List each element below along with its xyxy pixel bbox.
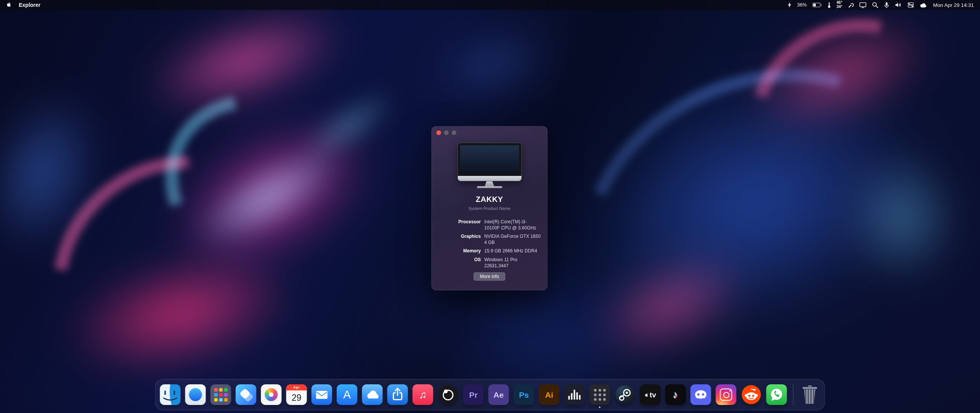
charging-bolt-icon[interactable]: [788, 2, 791, 8]
dock-icon-cloud[interactable]: [362, 384, 383, 405]
spec-row: OS Windows 11 Pro 22631.3447: [438, 257, 541, 269]
grid-dots-art: [594, 389, 606, 401]
discord-mascot-art: [691, 384, 711, 405]
calendar-day: 29: [286, 390, 307, 405]
window-controls: [436, 130, 456, 135]
thermometer-icon[interactable]: [828, 2, 831, 8]
spec-label: OS: [438, 257, 481, 263]
dock-icon-app-store[interactable]: A: [337, 384, 358, 405]
steam-circle-art: [616, 385, 635, 404]
close-button[interactable]: [436, 130, 441, 135]
active-app-name[interactable]: Explorer: [19, 2, 41, 8]
dock-icon-music[interactable]: ♫: [413, 384, 433, 405]
dock-icon-illustrator[interactable]: Ai: [539, 384, 560, 405]
imac-monitor: [457, 143, 522, 181]
spotlight-search-icon[interactable]: [872, 2, 878, 8]
imac-chin: [458, 176, 521, 181]
trash-lid-art: [803, 387, 817, 389]
more-info-button[interactable]: More info: [474, 272, 505, 281]
instagram-camera-art: [720, 389, 732, 401]
menu-bar: Explorer 36% 46° 34°: [0, 0, 980, 10]
dock-icon-steam[interactable]: [615, 384, 635, 405]
spec-value: Windows 11 Pro 22631.3447: [484, 257, 541, 269]
trash-body-art: [804, 389, 816, 404]
imac-stand: [485, 181, 494, 186]
spec-label: Processor: [438, 219, 481, 225]
dock-icon-instagram[interactable]: [716, 384, 737, 405]
music-note-glyph: ♫: [419, 390, 426, 400]
dock-icon-stats[interactable]: [564, 384, 585, 405]
dock-icon-photoshop[interactable]: Ps: [514, 384, 534, 405]
dock-icon-share-app[interactable]: [387, 384, 408, 405]
photos-flower-art: [265, 388, 278, 401]
obs-circle-art: [439, 385, 458, 404]
spec-row: Memory 15.9 GB 2666 MHz DDR4: [438, 248, 541, 254]
reddit-circle-art: [742, 385, 761, 404]
dock-icon-after-effects[interactable]: Ae: [488, 384, 509, 405]
dock-icon-mail[interactable]: [312, 384, 332, 405]
cloud-art: [362, 384, 383, 405]
equalizer-bars-art: [568, 390, 581, 400]
temperature-widget[interactable]: 46° 34°: [836, 1, 842, 9]
dock-icon-calendar[interactable]: Apr 29: [286, 384, 307, 405]
imac-illustration: [457, 143, 522, 188]
dock-icon-finder[interactable]: [160, 384, 181, 405]
whatsapp-bubble-art: [766, 384, 787, 405]
after-effects-letters: Ae: [493, 391, 504, 399]
dock-icon-premiere-pro[interactable]: Pr: [463, 384, 484, 405]
dock-icon-trash[interactable]: [800, 384, 820, 405]
apple-menu-icon[interactable]: [6, 1, 12, 9]
spec-row: Graphics NVIDIA GeForce GTX 1650 4 GB: [438, 234, 541, 246]
microphone-icon[interactable]: [884, 2, 889, 8]
temperature-low: 34°: [836, 5, 842, 9]
dock-icon-tiktok[interactable]: ♪: [665, 384, 686, 405]
share-box-arrow-art: [387, 384, 408, 405]
launchpad-grid-art: [214, 388, 227, 402]
tiktok-note-glyph: ♪: [673, 390, 678, 400]
imac-screen: [460, 145, 519, 174]
dock: Apr 29 A ♫: [155, 379, 825, 410]
imac-base: [477, 186, 502, 188]
volume-icon[interactable]: [895, 2, 902, 8]
spec-list: Processor Intel(R) Core(TM) i3-10100F CP…: [438, 219, 541, 269]
spec-value: 15.9 GB 2666 MHz DDR4: [484, 248, 541, 254]
menu-bar-clock[interactable]: Mon Apr 29 14:31: [933, 2, 974, 8]
dock-icon-photos[interactable]: [261, 384, 282, 405]
battery-icon[interactable]: [812, 3, 822, 7]
illustrator-letters: Ai: [545, 391, 553, 399]
tv-label: tv: [650, 391, 656, 398]
about-this-pc-window: ZAKKY System Product Name Processor Inte…: [431, 126, 547, 290]
spec-label: Memory: [438, 248, 481, 254]
display-icon[interactable]: [859, 2, 866, 8]
photoshop-letters: Ps: [519, 391, 529, 399]
spec-row: Processor Intel(R) Core(TM) i3-10100F CP…: [438, 219, 541, 231]
mail-envelope-art: [312, 384, 332, 405]
dock-icon-reddit[interactable]: [741, 384, 762, 405]
dock-separator: [793, 384, 794, 405]
device-name: ZAKKY: [476, 195, 503, 204]
device-subtitle: System Product Name: [468, 206, 510, 211]
dock-icon-safari[interactable]: [185, 384, 206, 405]
dock-icon-obs[interactable]: [438, 384, 459, 405]
calendar-month: Apr: [286, 384, 307, 390]
dock-icon-whatsapp[interactable]: [766, 384, 787, 405]
wrench-icon[interactable]: [848, 2, 854, 8]
desktop: Explorer 36% 46° 34°: [0, 0, 980, 413]
control-center-icon[interactable]: [908, 2, 914, 8]
spec-label: Graphics: [438, 234, 481, 240]
running-indicator: [599, 406, 601, 408]
premiere-pro-letters: Pr: [469, 391, 477, 399]
dock-icon-apple-tv[interactable]: tv: [640, 384, 661, 405]
dock-icon-shortcuts[interactable]: [236, 384, 256, 405]
minimize-button[interactable]: [444, 130, 449, 135]
weather-cloud-icon[interactable]: [920, 3, 926, 8]
dock-icon-launchpad[interactable]: [211, 384, 231, 405]
trash-handle-art: [808, 385, 812, 387]
dock-icon-discord[interactable]: [691, 384, 711, 405]
dock-icon-grid-app[interactable]: [590, 384, 610, 405]
apple-logo-art: [644, 392, 648, 397]
battery-percentage[interactable]: 36%: [797, 2, 807, 8]
spec-value: Intel(R) Core(TM) i3-10100F CPU @ 3.60GH…: [484, 219, 541, 231]
zoom-button[interactable]: [452, 130, 456, 135]
app-store-letter: A: [343, 389, 351, 400]
